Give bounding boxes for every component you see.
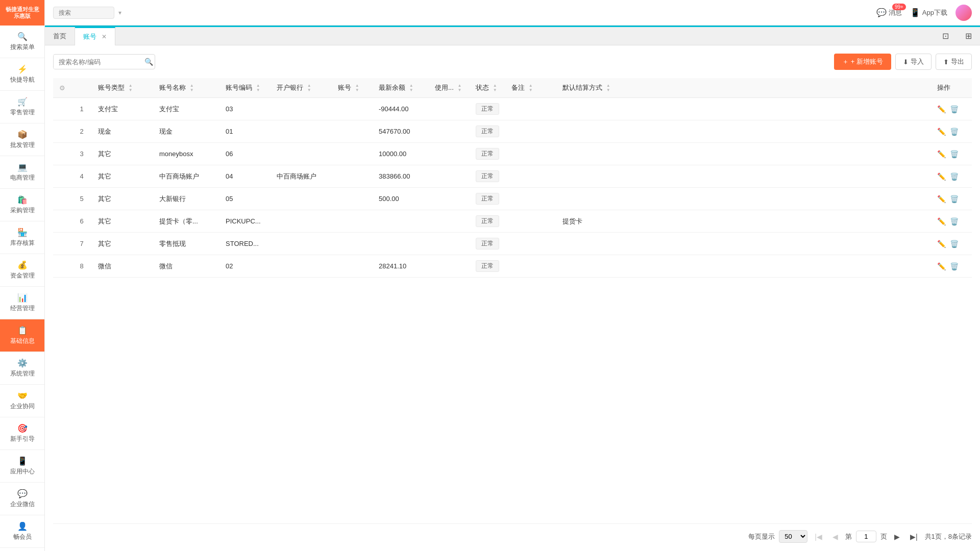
sidebar-item-capital[interactable]: 💰 资金管理 xyxy=(0,254,44,287)
delete-icon[interactable]: 🗑️ xyxy=(950,195,959,203)
td-actions: ✏️ 🗑️ xyxy=(931,165,972,188)
inventory-icon: 🏪 xyxy=(17,228,28,237)
table-row: 7 其它 零售抵现 STORED... 正常 ✏️ 🗑️ xyxy=(53,233,972,255)
sidebar-item-inventory[interactable]: 🏪 库存核算 xyxy=(0,221,44,254)
sidebar-item-quick-nav[interactable]: ⚡ 快捷导航 xyxy=(0,58,44,91)
table-row: 4 其它 中百商场账户 04 中百商场账户 383866.00 正常 ✏️ 🗑️ xyxy=(53,165,972,188)
tab-home[interactable]: 首页 xyxy=(45,27,75,45)
td-account-code: 03 xyxy=(219,98,271,120)
sort-icon[interactable]: ▲▼ xyxy=(129,84,133,92)
tab-minimize-button[interactable]: ⊡ xyxy=(934,27,957,45)
delete-icon[interactable]: 🗑️ xyxy=(950,240,959,248)
delete-icon[interactable]: 🗑️ xyxy=(950,262,959,270)
table-row: 6 其它 提货卡（零... PICKUPC... 正常 提货卡 ✏️ 🗑️ xyxy=(53,210,972,233)
status-badge: 正常 xyxy=(476,193,499,205)
edit-icon[interactable]: ✏️ xyxy=(937,150,946,158)
content-area: 🔍 ＋ + 新增账号 ⬇ 导入 ⬆ 导出 xyxy=(45,45,980,551)
edit-icon[interactable]: ✏️ xyxy=(937,105,946,113)
edit-icon[interactable]: ✏️ xyxy=(937,172,946,181)
edit-icon[interactable]: ✏️ xyxy=(937,217,946,226)
td-actions: ✏️ 🗑️ xyxy=(931,120,972,143)
sidebar-item-wholesale[interactable]: 📦 批发管理 xyxy=(0,123,44,156)
page-next-button[interactable]: ▶ xyxy=(891,532,903,542)
sidebar-item-label: 批发管理 xyxy=(10,141,35,149)
sidebar-item-newbie[interactable]: 🎯 新手引导 xyxy=(0,417,44,450)
td-status: 正常 xyxy=(470,120,505,143)
sort-icon[interactable]: ▲▼ xyxy=(256,84,260,92)
add-account-button[interactable]: ＋ + 新增账号 xyxy=(834,54,891,70)
td-account-code: 06 xyxy=(219,143,271,165)
sidebar-item-label: 企业协同 xyxy=(10,402,35,411)
tab-account[interactable]: 账号 ✕ xyxy=(75,27,115,45)
sort-icon[interactable]: ▲▼ xyxy=(529,84,533,92)
td-gear xyxy=(53,98,71,120)
page-first-button[interactable]: |◀ xyxy=(812,532,825,542)
delete-icon[interactable]: 🗑️ xyxy=(950,217,959,226)
sidebar-item-basic-info[interactable]: 📋 基础信息 xyxy=(0,319,44,352)
page-last-button[interactable]: ▶| xyxy=(907,532,921,542)
sort-icon[interactable]: ▲▼ xyxy=(307,84,311,92)
sidebar-item-wechat[interactable]: 💬 企业微信 xyxy=(0,483,44,515)
table-row: 5 其它 大新银行 05 500.00 正常 ✏️ 🗑️ xyxy=(53,188,972,210)
edit-icon[interactable]: ✏️ xyxy=(937,128,946,136)
top-header: ▾ 💬 消息 99+ 📱 App下载 xyxy=(45,0,980,26)
add-icon: ＋ xyxy=(842,57,849,66)
delete-icon[interactable]: 🗑️ xyxy=(950,105,959,113)
tab-account-label: 账号 xyxy=(83,32,96,41)
td-actions: ✏️ 🗑️ xyxy=(931,255,972,278)
gear-icon[interactable]: ⚙ xyxy=(59,84,65,92)
per-page-select[interactable]: 50 100 200 xyxy=(779,530,807,543)
td-account-type: 支付宝 xyxy=(92,98,153,120)
td-remarks xyxy=(505,98,556,120)
page-input[interactable] xyxy=(856,531,876,542)
export-button[interactable]: ⬆ 导出 xyxy=(936,54,972,70)
sort-icon[interactable]: ▲▼ xyxy=(355,84,359,92)
sidebar-item-purchase[interactable]: 🛍️ 采购管理 xyxy=(0,189,44,221)
logo-line2: 乐惠版 xyxy=(6,13,39,19)
sidebar-item-operation[interactable]: 📊 经营管理 xyxy=(0,287,44,319)
app-download-button[interactable]: 📱 App下载 xyxy=(910,8,947,17)
delete-icon[interactable]: 🗑️ xyxy=(950,150,959,158)
purchase-icon: 🛍️ xyxy=(17,195,28,205)
sort-icon[interactable]: ▲▼ xyxy=(457,84,461,92)
header-search-input[interactable] xyxy=(53,7,114,19)
app-center-icon: 📱 xyxy=(17,456,28,466)
td-bank xyxy=(271,120,332,143)
page-prev-button[interactable]: ◀ xyxy=(829,532,841,542)
tab-close-icon[interactable]: ✕ xyxy=(102,33,107,40)
th-remarks: 备注 ▲▼ xyxy=(505,78,556,98)
td-account-type: 其它 xyxy=(92,210,153,233)
sidebar-item-label: 经营管理 xyxy=(10,304,35,313)
sidebar-item-label: 畅会员 xyxy=(13,533,32,541)
tab-maximize-button[interactable]: ⊞ xyxy=(957,27,980,45)
sort-icon[interactable]: ▲▼ xyxy=(606,84,610,92)
search-button[interactable]: 🔍 xyxy=(140,55,155,69)
sidebar-item-ecommerce[interactable]: 💻 电商管理 xyxy=(0,156,44,189)
td-seq: 7 xyxy=(71,233,92,255)
sidebar-item-enterprise[interactable]: 🤝 企业协同 xyxy=(0,385,44,417)
sidebar-item-system[interactable]: ⚙️ 系统管理 xyxy=(0,352,44,385)
delete-icon[interactable]: 🗑️ xyxy=(950,172,959,181)
search-input[interactable] xyxy=(54,55,140,69)
sidebar-item-app-center[interactable]: 📱 应用中心 xyxy=(0,450,44,483)
td-seq: 1 xyxy=(71,98,92,120)
message-button[interactable]: 💬 消息 99+ xyxy=(876,8,902,17)
sort-icon[interactable]: ▲▼ xyxy=(190,84,194,92)
td-account-code: 05 xyxy=(219,188,271,210)
sort-icon[interactable]: ▲▼ xyxy=(493,84,497,92)
edit-icon[interactable]: ✏️ xyxy=(937,195,946,203)
avatar[interactable] xyxy=(955,5,972,21)
sidebar-item-retail[interactable]: 🛒 零售管理 xyxy=(0,91,44,123)
td-remarks xyxy=(505,210,556,233)
sidebar-item-member[interactable]: 👤 畅会员 xyxy=(0,515,44,548)
sidebar-item-search-menu[interactable]: 🔍 搜索菜单 xyxy=(0,26,44,58)
delete-icon[interactable]: 🗑️ xyxy=(950,128,959,136)
td-account-type: 其它 xyxy=(92,165,153,188)
th-gear: ⚙ xyxy=(53,78,71,98)
sort-icon[interactable]: ▲▼ xyxy=(409,84,413,92)
edit-icon[interactable]: ✏️ xyxy=(937,262,946,270)
td-seq: 3 xyxy=(71,143,92,165)
td-account-type: 其它 xyxy=(92,233,153,255)
import-button[interactable]: ⬇ 导入 xyxy=(895,54,932,70)
edit-icon[interactable]: ✏️ xyxy=(937,240,946,248)
